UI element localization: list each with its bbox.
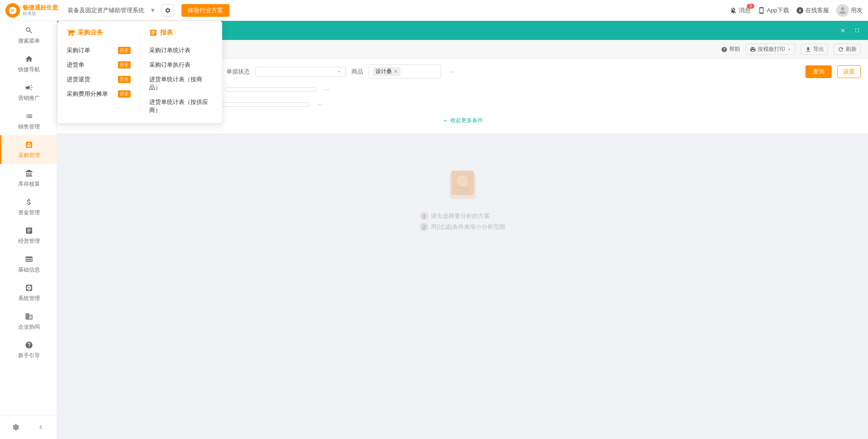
tip-2: 2 用[过滤]条件来缩小分析范围 — [420, 223, 505, 231]
logo-icon — [5, 3, 20, 18]
system-dropdown-btn[interactable]: ▼ — [148, 5, 158, 15]
setting-btn[interactable]: 设置 — [837, 65, 861, 78]
sidebar-item-enterprise[interactable]: 企业协同 — [0, 307, 57, 335]
purchase-cost-label: 采购费用分摊单 — [67, 90, 108, 98]
sidebar-menu: 搜索菜单 快捷导航 营销推广 — [0, 21, 57, 415]
megaphone-icon — [24, 83, 34, 93]
sidebar-bottom — [0, 415, 57, 439]
salesman-more-btn[interactable]: ··· — [322, 85, 332, 94]
stock-return-label: 进货退货 — [67, 75, 90, 84]
purchase-order-label: 采购订单 — [67, 46, 90, 54]
sidebar-item-search[interactable]: 搜索菜单 — [0, 21, 57, 49]
box-icon — [24, 140, 34, 150]
sidebar-item-guide-label: 新手引导 — [18, 352, 40, 360]
salesman-input[interactable] — [225, 87, 316, 92]
app-download-label: App下载 — [767, 6, 789, 15]
sidebar-item-purchase-label: 采购管理 — [18, 152, 40, 159]
print-label: 按模板打印 — [758, 45, 785, 53]
gear-btn[interactable] — [161, 4, 174, 17]
voucher-status-select[interactable] — [255, 67, 346, 77]
tab-close-all-btn[interactable]: ✕ — [837, 25, 848, 36]
sidebar-item-system-label: 系统管理 — [18, 295, 40, 302]
top-divider — [63, 5, 63, 16]
menu-item-stock-stats-supplier[interactable]: 进货单统计表（按供应商） — [146, 95, 217, 118]
online-service-btn[interactable]: 在线客服 — [796, 6, 829, 15]
refresh-label: 刷新 — [846, 45, 857, 53]
sidebar-item-finance[interactable]: 资金管理 — [0, 192, 57, 221]
print-btn[interactable]: 按模板打印 — [746, 44, 795, 55]
industry-btn[interactable]: 体验行业方案 — [181, 4, 229, 17]
tip-2-text: 用[过滤]条件来缩小分析范围 — [431, 223, 505, 231]
sidebar-item-purchase[interactable]: 采购管理 — [0, 135, 57, 164]
warehouse-icon — [24, 168, 34, 178]
empty-tips: 1 请先选择要分析的方案 2 用[过滤]条件来缩小分析范围 — [420, 212, 505, 231]
help-btn[interactable]: 帮助 — [721, 45, 740, 53]
menu-item-stock-return[interactable]: 进货退货 历史 — [63, 72, 134, 87]
app-download-btn[interactable]: App下载 — [758, 6, 789, 15]
settings-icon — [24, 283, 34, 293]
sidebar-item-basic[interactable]: 基础信息 — [0, 250, 57, 278]
system-title-text: 装备及固定资产辅助管理系统 — [68, 6, 144, 15]
sidebar-settings-btn[interactable] — [10, 421, 22, 434]
sidebar-item-sales-label: 销售管理 — [18, 123, 40, 131]
menu-item-purchase-order-exec[interactable]: 采购订单执行表 — [146, 58, 217, 72]
sidebar-item-guide[interactable]: 新手引导 — [0, 335, 57, 364]
grid-icon — [24, 254, 34, 264]
customer-more-btn[interactable]: ··· — [315, 100, 325, 109]
stock-in-label: 进货单 — [67, 61, 84, 69]
sidebar-item-sales[interactable]: 销售管理 — [0, 107, 57, 135]
purchase-section-icon — [67, 29, 75, 37]
query-btn[interactable]: 查询 — [805, 65, 832, 78]
logo-sub: 标准版 — [23, 11, 58, 16]
sidebar-item-system[interactable]: 系统管理 — [0, 278, 57, 307]
notification-btn[interactable]: 消息 9 — [730, 6, 751, 15]
goods-more-btn[interactable]: ··· — [447, 67, 457, 76]
goods-tag-close[interactable]: ✕ — [394, 69, 398, 74]
home-icon — [24, 54, 34, 64]
empty-illustration — [440, 161, 485, 207]
sidebar-item-operation[interactable]: 经营管理 — [0, 221, 57, 250]
enterprise-icon — [24, 311, 34, 321]
sidebar-item-marketing[interactable]: 营销推广 — [0, 78, 57, 107]
customer-input[interactable] — [219, 102, 309, 107]
sidebar-item-basic-label: 基础信息 — [18, 266, 40, 274]
user-avatar — [836, 4, 849, 17]
system-title-area: 装备及固定资产辅助管理系统 ▼ 体验行业方案 — [68, 4, 730, 17]
collapse-conditions-btn[interactable]: 收起更多条件 — [442, 117, 483, 124]
menu-item-purchase-order[interactable]: 采购订单 历史 — [63, 43, 134, 58]
logo-main: 畅捷通好生意 — [23, 4, 58, 11]
money-icon — [24, 197, 34, 207]
export-btn[interactable]: 导出 — [801, 44, 828, 55]
menu-item-stock-stats-goods[interactable]: 进货单统计表（按商品） — [146, 72, 217, 95]
user-btn[interactable]: 用友 — [836, 4, 863, 17]
tab-bar-right: ✕ — [837, 25, 868, 36]
help-label: 帮助 — [729, 45, 740, 53]
refresh-btn[interactable]: 刷新 — [834, 44, 861, 55]
collapse-btn-label: 收起更多条件 — [450, 117, 483, 124]
tip-1: 1 请先选择要分析的方案 — [420, 212, 505, 220]
tip-1-text: 请先选择要分析的方案 — [431, 212, 490, 220]
menu-item-stock-in[interactable]: 进货单 历史 — [63, 58, 134, 72]
report-section: 报表 采购订单统计表 采购订单执行表 进货单统计表（按商品） 进货单统计表（按供… — [140, 27, 222, 118]
purchase-dropdown-menu: 采购业务 采购订单 历史 进货单 历史 进货退货 历史 采购费用分摊单 历史 报… — [57, 21, 222, 123]
report-icon — [24, 226, 34, 236]
menu-item-purchase-order-stats[interactable]: 采购订单统计表 — [146, 43, 217, 58]
tab-fullscreen-btn[interactable] — [852, 25, 863, 36]
goods-label: 商品 — [351, 68, 363, 76]
svg-rect-3 — [455, 187, 470, 189]
svg-point-2 — [457, 175, 468, 187]
menu-item-purchase-cost[interactable]: 采购费用分摊单 历史 — [63, 87, 134, 101]
logo-area: 畅捷通好生意 标准版 — [5, 3, 58, 18]
sidebar-item-inventory[interactable]: 库存核算 — [0, 164, 57, 192]
sidebar-collapse-btn[interactable] — [34, 421, 47, 434]
user-label: 用友 — [851, 6, 863, 15]
goods-input[interactable]: 设计桑 ✕ — [369, 64, 441, 79]
goods-tag: 设计桑 ✕ — [373, 67, 400, 76]
sidebar-item-finance-label: 资金管理 — [18, 209, 40, 217]
sidebar-item-quick[interactable]: 快捷导航 — [0, 49, 57, 78]
sidebar-item-enterprise-label: 企业协同 — [18, 323, 40, 331]
purchase-cost-hist: 历史 — [118, 90, 131, 98]
purchase-section-title: 采购业务 — [63, 27, 134, 39]
purchase-order-stats-label: 采购订单统计表 — [149, 46, 190, 54]
empty-state: 1 请先选择要分析的方案 2 用[过滤]条件来缩小分析范围 — [57, 134, 868, 258]
